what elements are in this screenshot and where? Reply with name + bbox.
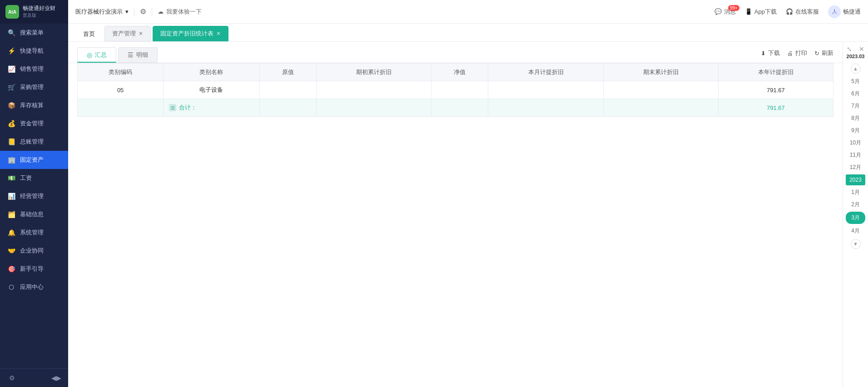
tab-assets-mgmt[interactable]: 资产管理 ✕: [104, 26, 151, 41]
col-name: 类别名称: [164, 64, 259, 81]
timeline-month-10[interactable]: 10月: [843, 137, 868, 149]
sidebar: AtA 畅捷通好业财 普及版 🔍 搜索菜单 ⚡ 快捷导航 📈 销售管理 🛒 采购…: [0, 0, 68, 387]
sidebar-label-funds: 资金管理: [20, 119, 44, 128]
sidebar-item-purchase[interactable]: 🛒 采购管理: [0, 78, 68, 96]
col-period-accum: 期初累计折旧: [316, 64, 431, 81]
timeline-month-4[interactable]: 4月: [843, 225, 868, 237]
close-depreciation-icon[interactable]: ✕: [216, 30, 221, 37]
sidebar-item-enterprise[interactable]: 🤝 企业协同: [0, 242, 68, 260]
table-container: 类别编码 类别名称 原值 期初累计折旧 净值 本月计提折旧 期末累计折旧 本年计…: [68, 63, 843, 117]
guide-icon: 🎯: [7, 265, 15, 273]
subtotal-annual: 791.67: [718, 99, 833, 117]
sidebar-item-search[interactable]: 🔍 搜索菜单: [0, 24, 68, 42]
sidebar-item-system[interactable]: 🔔 系统管理: [0, 223, 68, 242]
row-period-end-accum: [603, 81, 718, 99]
settings-button[interactable]: ⚙: [7, 373, 16, 382]
depreciation-table: 类别编码 类别名称 原值 期初累计折旧 净值 本月计提折旧 期末累计折旧 本年计…: [77, 63, 833, 117]
message-button[interactable]: 💬 消息 99+: [714, 8, 736, 16]
content-main: ◎ 汇总 ☰ 明细 ⬇ 下载 🖨 打印: [68, 42, 843, 387]
timeline-month-8[interactable]: 8月: [843, 112, 868, 124]
app-download-label: App下载: [754, 8, 777, 16]
row-name: 电子设备: [164, 81, 259, 99]
service-label: 在线客服: [795, 8, 819, 16]
toolbar: ⬇ 下载 🖨 打印 ↻ 刷新: [761, 49, 833, 61]
subtab-summary[interactable]: ◎ 汇总: [77, 47, 116, 63]
timeline-year-2023[interactable]: 2023: [846, 174, 865, 185]
timeline-month-3[interactable]: 3月: [846, 212, 865, 224]
print-button[interactable]: 🖨 打印: [787, 49, 807, 57]
sidebar-item-fixedassets[interactable]: 🏢 固定资产: [0, 151, 68, 169]
summary-icon: ◎: [87, 51, 92, 59]
experience-button[interactable]: ☁ 我要体验一下: [158, 8, 202, 16]
appcenter-icon: ⬡: [7, 283, 15, 291]
current-period: 2023.03: [847, 53, 865, 62]
sidebar-label-guide: 新手引导: [20, 265, 44, 273]
subtotal-monthly: [488, 99, 603, 117]
col-code: 类别编码: [78, 64, 164, 81]
subtotal-label-group: ☰ 合计：: [169, 104, 253, 112]
sidebar-item-basicinfo[interactable]: 🗂️ 基础信息: [0, 205, 68, 223]
sidebar-item-inventory[interactable]: 📦 库存核算: [0, 96, 68, 114]
sidebar-item-ledger[interactable]: 📒 总账管理: [0, 133, 68, 151]
right-panel: ⤡ ✕ 2023.03 ▲ 5月 6月 7月 8月 9月 10月 11月 12月…: [843, 42, 868, 387]
sales-icon: 📈: [7, 65, 15, 73]
timeline-month-6[interactable]: 6月: [843, 88, 868, 100]
timeline-month-12[interactable]: 12月: [843, 161, 868, 174]
sidebar-item-appcenter[interactable]: ⬡ 应用中心: [0, 278, 68, 296]
sidebar-item-payroll[interactable]: 💵 工资: [0, 169, 68, 187]
timeline-month-1[interactable]: 1月: [843, 186, 868, 198]
sidebar-label-inventory: 库存核算: [20, 101, 44, 109]
expand-icon[interactable]: ⤡: [847, 45, 852, 53]
service-button[interactable]: 🎧 在线客服: [786, 8, 819, 16]
timeline-down-button[interactable]: ▼: [851, 239, 861, 249]
col-period-end-accum: 期末累计折旧: [603, 64, 718, 81]
sidebar-label-quicknav: 快捷导航: [20, 47, 44, 55]
enterprise-icon: 🤝: [7, 247, 15, 255]
app-title: 畅捷通好业财: [23, 5, 55, 12]
app-subtitle: 普及版: [23, 12, 55, 19]
timeline-month-2[interactable]: 2月: [843, 198, 868, 211]
sidebar-footer: ⚙ ◀▶: [0, 368, 68, 387]
sidebar-label-operations: 经营管理: [20, 192, 44, 200]
sidebar-item-funds[interactable]: 💰 资金管理: [0, 114, 68, 133]
sidebar-header: AtA 畅捷通好业财 普及版: [0, 0, 68, 24]
company-selector[interactable]: 医疗器械行业演示 ▾: [75, 8, 129, 16]
subtab-detail[interactable]: ☰ 明细: [118, 47, 158, 63]
sidebar-label-basicinfo: 基础信息: [20, 210, 44, 218]
app-download-button[interactable]: 📱 App下载: [745, 8, 777, 16]
search-icon: 🔍: [7, 29, 15, 37]
subtotal-icon: ☰: [169, 104, 176, 111]
download-button[interactable]: ⬇ 下载: [761, 49, 780, 57]
purchase-icon: 🛒: [7, 83, 15, 91]
row-net: [432, 81, 488, 99]
refresh-icon: ↻: [814, 50, 819, 57]
home-tab-label: 首页: [83, 30, 95, 38]
close-panel-icon[interactable]: ✕: [859, 45, 864, 53]
payroll-icon: 💵: [7, 174, 15, 182]
timeline-up-button[interactable]: ▲: [851, 64, 861, 74]
timeline-month-7[interactable]: 7月: [843, 100, 868, 112]
sidebar-item-sales[interactable]: 📈 销售管理: [0, 60, 68, 78]
settings-icon[interactable]: ⚙: [140, 7, 146, 16]
refresh-button[interactable]: ↻ 刷新: [814, 49, 833, 57]
content-area: ◎ 汇总 ☰ 明细 ⬇ 下载 🖨 打印: [68, 42, 868, 387]
row-period-accum: [316, 81, 431, 99]
collapse-button[interactable]: ◀▶: [52, 373, 61, 382]
timeline-month-9[interactable]: 9月: [843, 124, 868, 137]
refresh-label: 刷新: [822, 49, 833, 57]
sidebar-item-quicknav[interactable]: ⚡ 快捷导航: [0, 42, 68, 60]
depreciation-label: 固定资产折旧统计表: [160, 30, 213, 38]
subtotal-period-end-accum: [603, 99, 718, 117]
logo-text: AtA: [8, 10, 16, 15]
tab-home[interactable]: 首页: [75, 26, 103, 41]
user-menu[interactable]: 人 畅捷通: [828, 5, 861, 18]
close-assets-mgmt-icon[interactable]: ✕: [139, 30, 143, 37]
sidebar-item-guide[interactable]: 🎯 新手引导: [0, 260, 68, 278]
experience-text: 我要体验一下: [166, 8, 202, 16]
sidebar-label-appcenter: 应用中心: [20, 283, 44, 291]
timeline-month-11[interactable]: 11月: [843, 149, 868, 161]
timeline-month-5[interactable]: 5月: [843, 75, 868, 88]
tab-depreciation[interactable]: 固定资产折旧统计表 ✕: [153, 26, 228, 41]
sidebar-item-operations[interactable]: 📊 经营管理: [0, 187, 68, 205]
subtotal-row: ☰ 合计： 791.67: [78, 99, 833, 117]
